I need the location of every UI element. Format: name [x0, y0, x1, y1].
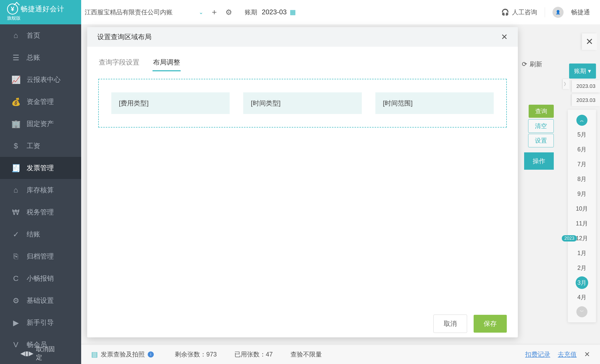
- period-value[interactable]: 2023-03: [262, 8, 287, 16]
- sidebar-item-label: 税务管理: [27, 208, 54, 217]
- sidebar-item-home[interactable]: ⌂首页: [0, 24, 81, 46]
- sidebar-item-archive[interactable]: ⎘归档管理: [0, 245, 81, 267]
- logo-block: 畅捷通好会计 旗舰版: [0, 0, 81, 24]
- invoice-icon: 🧾: [12, 164, 20, 172]
- sidebar-item-salary[interactable]: $工资: [0, 135, 81, 157]
- ledger-icon: ☰: [12, 53, 20, 62]
- money-icon: 💰: [12, 97, 20, 106]
- logo-text: 畅捷通好会计: [21, 4, 64, 14]
- sidebar-item-inventory[interactable]: ⌂库存核算: [0, 179, 81, 201]
- sidebar-item-ledger[interactable]: ☰总账: [0, 46, 81, 69]
- sidebar-item-label: 结账: [27, 230, 40, 239]
- sidebar-item-funds[interactable]: 💰资金管理: [0, 91, 81, 113]
- add-button[interactable]: +: [212, 7, 217, 17]
- consult-link[interactable]: 🎧 人工咨询: [501, 8, 537, 16]
- username[interactable]: 畅捷通: [571, 8, 590, 16]
- settings-icon[interactable]: ⚙: [225, 8, 232, 17]
- headset-icon: 🎧: [501, 9, 509, 16]
- sidebar-item-label: 总账: [27, 53, 40, 62]
- sidebar-item-label: 云报表中心: [27, 75, 61, 84]
- layout-settings-modal: 设置查询区域布局 ✕ 查询字段设置 布局调整 [费用类型] [时间类型] [时间…: [87, 27, 518, 337]
- box-icon: ⌂: [12, 186, 20, 194]
- sidebar-item-tax[interactable]: ₩税务管理: [0, 201, 81, 223]
- sidebar-item-closing[interactable]: ✓结账: [0, 223, 81, 245]
- modal-tabs: 查询字段设置 布局调整: [98, 54, 507, 71]
- sidebar-pin-toggle[interactable]: ◀▮▶取消固定: [20, 345, 61, 361]
- chart-icon: 📈: [12, 75, 20, 84]
- sidebar-item-label: 新手引导: [27, 318, 54, 327]
- sidebar-item-label: 发票管理: [27, 163, 54, 172]
- calendar-icon[interactable]: ▦: [290, 8, 296, 16]
- chip-time-type[interactable]: [时间类型]: [243, 92, 362, 114]
- company-name: 江西服宝精品有限责任公司内账: [85, 8, 173, 16]
- period-label: 账期: [245, 8, 257, 16]
- vip-icon: V: [12, 340, 20, 349]
- sidebar-item-label: 首页: [27, 31, 40, 40]
- app-header: 畅捷通好会计 旗舰版 江西服宝精品有限责任公司内账 ⌄ + ⚙ 账期 2023-…: [0, 0, 600, 24]
- home-icon: ⌂: [12, 31, 20, 40]
- sidebar-item-invoice[interactable]: 🧾发票管理: [0, 157, 81, 179]
- modal-header: 设置查询区域布局 ✕: [87, 27, 518, 47]
- sidebar-item-label: 固定资产: [27, 119, 54, 128]
- salary-icon: $: [12, 142, 20, 150]
- sidebar-item-label: 归档管理: [27, 252, 54, 261]
- sidebar-item-label: 工资: [27, 141, 40, 150]
- avatar[interactable]: 👤: [553, 7, 564, 18]
- c-icon: C: [12, 274, 20, 283]
- tab-layout-adjust[interactable]: 布局调整: [153, 54, 181, 71]
- tab-field-settings[interactable]: 查询字段设置: [98, 54, 140, 71]
- tax-icon: ₩: [12, 208, 20, 216]
- sidebar-item-label: 小畅报销: [27, 274, 54, 283]
- modal-body: 查询字段设置 布局调整 [费用类型] [时间类型] [时间范围]: [87, 47, 518, 310]
- sidebar-item-assets[interactable]: 🏢固定资产: [0, 113, 81, 135]
- logo-subtitle: 旗舰版: [7, 15, 81, 21]
- pin-icon: ◀▮▶: [20, 350, 33, 357]
- logo-icon: [7, 4, 18, 15]
- building-icon: 🏢: [12, 119, 20, 128]
- pin-label: 取消固定: [36, 345, 61, 361]
- modal-title: 设置查询区域布局: [97, 32, 152, 41]
- sidebar-item-guide[interactable]: ▶新手引导: [0, 312, 81, 334]
- modal-close-icon[interactable]: ✕: [501, 32, 508, 42]
- archive-icon: ⎘: [12, 252, 20, 261]
- chip-expense-type[interactable]: [费用类型]: [111, 92, 230, 114]
- company-selector[interactable]: 江西服宝精品有限责任公司内账 ⌄: [85, 8, 203, 16]
- separator: [545, 7, 545, 17]
- check-icon: ✓: [12, 230, 20, 238]
- sidebar: ⌂首页 ☰总账 📈云报表中心 💰资金管理 🏢固定资产 $工资 🧾发票管理 ⌂库存…: [0, 24, 81, 364]
- consult-label: 人工咨询: [512, 8, 537, 16]
- sidebar-item-label: 资金管理: [27, 97, 54, 106]
- sidebar-item-expense[interactable]: C小畅报销: [0, 267, 81, 289]
- gear-icon: ⚙: [12, 296, 20, 305]
- chevron-down-icon: ⌄: [199, 9, 203, 16]
- save-button[interactable]: 保存: [474, 315, 507, 333]
- play-icon: ▶: [12, 318, 20, 327]
- chip-time-range[interactable]: [时间范围]: [375, 92, 494, 114]
- sidebar-item-label: 库存核算: [27, 186, 54, 195]
- sidebar-item-basic[interactable]: ⚙基础设置: [0, 289, 81, 312]
- modal-footer: 取消 保存: [87, 310, 518, 337]
- layout-drop-area[interactable]: [费用类型] [时间类型] [时间范围]: [98, 79, 507, 128]
- sidebar-item-reports[interactable]: 📈云报表中心: [0, 69, 81, 91]
- cancel-button[interactable]: 取消: [433, 315, 467, 333]
- sidebar-item-label: 基础设置: [27, 296, 54, 305]
